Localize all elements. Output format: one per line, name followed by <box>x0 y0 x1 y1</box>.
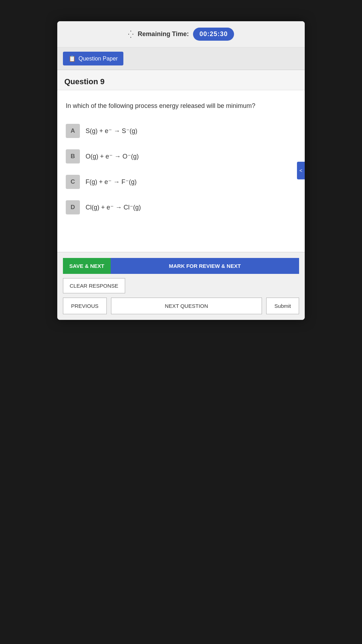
question-paper-bar: 📋 Question Paper <box>57 47 305 70</box>
option-c-label: C <box>66 175 80 189</box>
question-paper-label: Question Paper <box>78 56 118 62</box>
option-c-text: F(g) + e⁻ → F⁻(g) <box>86 178 137 186</box>
save-next-button[interactable]: SAVE & NEXT <box>63 258 111 274</box>
sidebar-arrow[interactable]: < <box>297 162 305 179</box>
previous-button[interactable]: PREVIOUS <box>63 298 107 314</box>
question-title: Question 9 <box>57 70 305 90</box>
action-row-3: PREVIOUS NEXT QUESTION Submit <box>63 298 299 320</box>
bottom-actions: SAVE & NEXT MARK FOR REVIEW & NEXT CLEAR… <box>57 252 305 320</box>
option-d-label: D <box>66 200 80 214</box>
header: ⁛ Remaining Time: 00:25:30 <box>57 21 305 47</box>
question-text: In which of the following process energy… <box>66 101 296 111</box>
screen: ⁛ Remaining Time: 00:25:30 📋 Question Pa… <box>57 21 305 320</box>
option-c[interactable]: C F(g) + e⁻ → F⁻(g) <box>66 173 296 191</box>
option-a-text: S(g) + e⁻ → S⁻(g) <box>86 127 138 135</box>
mark-review-button[interactable]: MARK FOR REVIEW & NEXT <box>111 258 299 274</box>
remaining-time-label: Remaining Time: <box>138 30 189 38</box>
submit-button[interactable]: Submit <box>266 298 299 314</box>
content-spacer <box>57 224 305 252</box>
clear-response-button[interactable]: CLEAR RESPONSE <box>63 278 125 293</box>
move-icon: ⁛ <box>128 30 134 39</box>
option-b-label: B <box>66 149 80 163</box>
action-row-2: CLEAR RESPONSE <box>63 278 299 293</box>
question-content: In which of the following process energy… <box>57 90 305 224</box>
option-b[interactable]: B O(g) + e⁻ → O⁻(g) <box>66 147 296 166</box>
phone-container: ⁛ Remaining Time: 00:25:30 📋 Question Pa… <box>47 0 315 644</box>
option-a-label: A <box>66 124 80 138</box>
option-d-text: Cl(g) + e⁻ → Cl⁻(g) <box>86 203 141 211</box>
question-paper-icon: 📋 <box>69 55 76 62</box>
option-d[interactable]: D Cl(g) + e⁻ → Cl⁻(g) <box>66 198 296 217</box>
options-list: A S(g) + e⁻ → S⁻(g) B O(g) + e⁻ → O⁻(g) … <box>66 122 296 217</box>
option-a[interactable]: A S(g) + e⁻ → S⁻(g) <box>66 122 296 140</box>
timer-display: 00:25:30 <box>193 28 234 41</box>
option-b-text: O(g) + e⁻ → O⁻(g) <box>86 153 139 160</box>
next-question-button[interactable]: NEXT QUESTION <box>111 298 262 314</box>
question-paper-button[interactable]: 📋 Question Paper <box>63 52 123 65</box>
action-row-1: SAVE & NEXT MARK FOR REVIEW & NEXT <box>63 258 299 274</box>
